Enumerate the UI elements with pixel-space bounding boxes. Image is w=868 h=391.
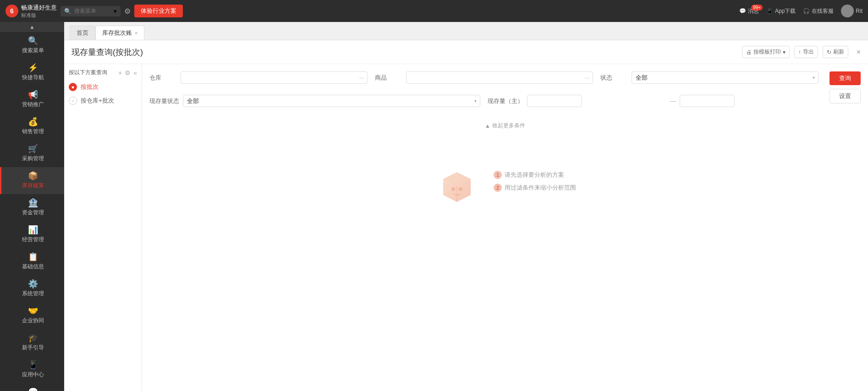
sidebar-item-system[interactable]: ⚙️ 系统管理 — [0, 275, 64, 302]
refresh-button[interactable]: ↻ 刷新 — [823, 46, 848, 58]
collapse-row[interactable]: ▲ 收起更多条件 — [149, 118, 861, 133]
inventory-status-select-wrap: 全部 有库存 零库存 负库存 ▾ — [183, 95, 480, 107]
search-menu-icon: 🔍 — [28, 37, 38, 45]
sidebar-item-purchase[interactable]: 🛒 采购管理 — [0, 140, 64, 167]
page-close-button[interactable]: × — [857, 48, 861, 56]
product-field: 商品 ··· — [375, 71, 593, 84]
sidebar-item-label-inventory: 库存核算 — [22, 182, 44, 190]
refresh-label: 刷新 — [833, 48, 844, 56]
top-header: 6 畅康通好生意 标准版 🔍 ▾ ⚙ 体验行业方案 💬 消息 99+ 📱 App… — [0, 0, 868, 22]
top-search-bar[interactable]: 🔍 ▾ — [60, 6, 121, 16]
sidebar-item-label-search: 搜索菜单 — [22, 47, 44, 54]
online-service-label: 在线客服 — [812, 7, 834, 15]
notification-item[interactable]: 💬 消息 99+ — [739, 7, 759, 15]
page-title: 现存量查询(按批次) — [71, 47, 143, 58]
warehouse-field: 仓库 ··· — [149, 71, 368, 84]
filter-row-1: 仓库 ··· 商品 — [149, 71, 819, 84]
app-download-item[interactable]: 📱 App下载 — [766, 7, 796, 15]
sidebar-item-inventory[interactable]: 📦 库存核算 — [0, 167, 64, 194]
query-panel: 仓库 ··· 商品 — [142, 64, 868, 391]
online-service-item[interactable]: 🎧 在线客服 — [803, 7, 834, 15]
headset-icon: 🎧 — [803, 8, 810, 14]
empty-state: 1 请先选择要分析的方案 2 用过滤条件来缩小分析范围 — [149, 133, 861, 234]
status-select-wrap: 全部 正常 停用 ▾ — [632, 71, 819, 84]
inventory-status-field: 现存量状态 全部 有库存 零库存 负库存 ▾ — [149, 95, 480, 107]
settings-icon[interactable]: ⚙ — [124, 7, 131, 16]
sidebar-item-enterprise-wechat[interactable]: 💬 企业微信 — [0, 383, 64, 391]
sidebar-item-marketing[interactable]: 📢 营销推广 — [0, 86, 64, 113]
sidebar-item-quick-nav[interactable]: ⚡ 快捷导航 — [0, 59, 64, 86]
page-content: 现存量查询(按批次) 🖨 按模板打印 ▾ ↑ 导出 ↻ 刷新 — [64, 40, 868, 391]
sidebar-item-basic-info[interactable]: 📋 基础信息 — [0, 248, 64, 275]
sidebar-item-operations[interactable]: 📊 经营管理 — [0, 221, 64, 248]
trial-button[interactable]: 体验行业方案 — [134, 5, 183, 17]
sidebar-item-label-system: 系统管理 — [22, 290, 44, 298]
scheme-item-label-warehouse-batch: 按仓库+批次 — [81, 97, 114, 105]
scheme-item-by-batch[interactable]: ● 按批次 — [64, 80, 142, 94]
logo-info: 畅康通好生意 标准版 — [21, 4, 57, 19]
scheme-item-by-warehouse-batch[interactable]: ○ 按仓库+批次 — [64, 94, 142, 108]
sidebar-item-sales[interactable]: 💰 销售管理 — [0, 113, 64, 140]
avatar — [841, 5, 854, 17]
phone-icon: 📱 — [766, 8, 773, 14]
sidebar-item-label-app: 应用中心 — [22, 371, 44, 379]
sidebar-item-label-guide: 新手引导 — [22, 344, 44, 352]
operations-icon: 📊 — [28, 226, 38, 234]
sidebar-item-new-guide[interactable]: 🎓 新手引导 — [0, 329, 64, 356]
tab-batch-account[interactable]: 库存批次账 × — [95, 26, 144, 40]
empty-hint-2-text: 用过滤条件来缩小分析范围 — [505, 184, 576, 192]
page-header: 现存量查询(按批次) 🖨 按模板打印 ▾ ↑ 导出 ↻ 刷新 — [64, 40, 868, 64]
scheme-collapse-icon[interactable]: « — [133, 69, 137, 76]
export-button[interactable]: ↑ 导出 — [794, 46, 818, 58]
status-field: 状态 全部 正常 停用 ▾ — [600, 71, 819, 84]
product-more-icon[interactable]: ··· — [585, 75, 589, 81]
inventory-qty-from-input[interactable] — [527, 95, 582, 107]
main-layout: ▲ 🔍 搜索菜单 ⚡ 快捷导航 📢 营销推广 💰 销售管理 🛒 采购管理 📦 库… — [0, 22, 868, 391]
sidebar-item-label-basic: 基础信息 — [22, 263, 44, 271]
enterprise-coop-icon: 🤝 — [28, 307, 38, 315]
scheme-add-icon[interactable]: + — [118, 69, 122, 76]
tab-bar: 首页 库存批次账 × — [64, 22, 868, 40]
sidebar-item-finance[interactable]: 🏦 资金管理 — [0, 194, 64, 221]
refresh-icon: ↻ — [827, 49, 831, 55]
top-search-input[interactable] — [74, 8, 111, 14]
empty-num-1: 1 — [494, 171, 502, 179]
warehouse-input[interactable] — [181, 71, 368, 84]
product-input-wrap: ··· — [406, 71, 593, 84]
empty-hint-2: 2 用过滤条件来缩小分析范围 — [494, 184, 576, 192]
page-actions: 🖨 按模板打印 ▾ ↑ 导出 ↻ 刷新 × — [742, 46, 861, 58]
settings-button[interactable]: 设置 — [830, 89, 861, 103]
warehouse-more-icon[interactable]: ··· — [359, 75, 364, 81]
inventory-qty-field: 现存量（主） — — [488, 95, 819, 107]
scheme-settings-icon[interactable]: ⚙ — [125, 69, 131, 76]
svg-point-4 — [459, 187, 462, 191]
print-button[interactable]: 🖨 按模板打印 ▾ — [742, 46, 790, 58]
sidebar-scroll-up[interactable]: ▲ — [0, 22, 64, 32]
sidebar-item-app-center[interactable]: 📱 应用中心 — [0, 356, 64, 383]
query-button[interactable]: 查询 — [830, 71, 861, 85]
dropdown-icon: ▾ — [114, 8, 117, 15]
scheme-header-label: 按以下方案查询 — [69, 69, 107, 76]
logo-icon: 6 — [5, 5, 18, 17]
tab-home[interactable]: 首页 — [70, 26, 95, 40]
print-icon: 🖨 — [746, 49, 752, 55]
inventory-qty-to-input[interactable] — [680, 95, 735, 107]
header-right: 💬 消息 99+ 📱 App下载 🎧 在线客服 Rit — [739, 5, 863, 17]
sidebar-item-enterprise-coop[interactable]: 🤝 企业协同 — [0, 302, 64, 329]
inventory-status-select[interactable]: 全部 有库存 零库存 负库存 — [183, 95, 480, 107]
sidebar-item-search[interactable]: 🔍 搜索菜单 — [0, 32, 64, 59]
inventory-qty-dash: — — [670, 98, 676, 104]
sales-icon: 💰 — [28, 118, 38, 126]
product-label: 商品 — [375, 74, 402, 82]
status-select[interactable]: 全部 正常 停用 — [632, 71, 819, 84]
empty-hint-1: 1 请先选择要分析的方案 — [494, 171, 576, 179]
print-dropdown-icon: ▾ — [783, 49, 786, 55]
sidebar-item-label-sales: 销售管理 — [22, 128, 44, 136]
user-item[interactable]: Rit — [841, 5, 863, 17]
product-input[interactable] — [406, 71, 593, 84]
marketing-icon: 📢 — [28, 91, 38, 99]
tab-close-icon[interactable]: × — [135, 31, 137, 36]
tab-home-label: 首页 — [77, 29, 88, 37]
scheme-header: 按以下方案查询 + ⚙ « — [64, 69, 142, 80]
print-label: 按模板打印 — [753, 48, 781, 56]
